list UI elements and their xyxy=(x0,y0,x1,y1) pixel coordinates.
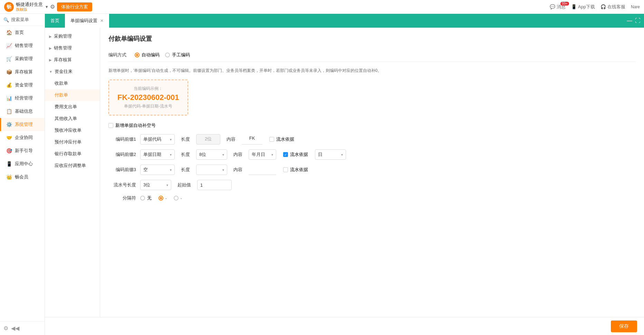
cycle-select[interactable]: 日 ▾ xyxy=(315,149,346,160)
length2-select[interactable]: 8位 ▾ xyxy=(196,149,227,160)
length1-label: 长度 xyxy=(181,136,190,142)
sidebar-item-home[interactable]: 🏠 首页 xyxy=(0,26,45,39)
member-icon: 👑 xyxy=(6,174,12,180)
prefix1-select[interactable]: 单据代码 ▾ xyxy=(140,134,175,145)
stream-check-box-3[interactable] xyxy=(283,167,288,172)
search-label: 搜索菜单 xyxy=(11,17,29,23)
radio-auto-dot xyxy=(135,53,140,57)
sidebar-item-finance[interactable]: 💰 资金管理 xyxy=(0,78,45,92)
sub-item-prepay-adjust2[interactable]: 预付冲应付单 xyxy=(45,136,100,148)
sidebar-item-label: 基础信息 xyxy=(15,108,33,114)
prefix-row-2: 编码前缀2 单据日期 ▾ 长度 8位 ▾ 内容 年月日 xyxy=(108,149,636,160)
form-title: 付款单编码设置 xyxy=(108,35,636,43)
dropdown-btn[interactable]: ▾ xyxy=(46,4,48,9)
system-icon: ⚙️ xyxy=(6,121,12,128)
sub-item-payment-label: 付款单 xyxy=(55,92,68,98)
sidebar-search[interactable]: 🔍 搜索菜单 xyxy=(0,14,45,26)
start-value-input[interactable] xyxy=(197,180,232,190)
prefix-row-1: 编码前缀1 单据代码 ▾ 长度 2位 内容 FK 流水依据 xyxy=(108,134,636,145)
stream-check-box-2[interactable]: ✓ xyxy=(283,152,288,157)
separator-dot[interactable]: · xyxy=(158,196,167,201)
group-sales[interactable]: 销售管理 xyxy=(45,42,100,54)
sub-item-bank[interactable]: 银行存取款单 xyxy=(45,148,100,160)
prefix2-label: 编码前缀2 xyxy=(108,151,136,158)
content2-select[interactable]: 年月日 ▾ xyxy=(249,149,276,160)
sales-icon: 📈 xyxy=(6,43,12,49)
online-service-label: 在线客服 xyxy=(607,4,625,10)
collapse-icon[interactable]: ◀◀ xyxy=(11,325,19,332)
maximize-icon[interactable]: ⛶ xyxy=(635,18,641,24)
brand-icon: 畅 xyxy=(4,2,14,12)
sub-item-payment[interactable]: 付款单 xyxy=(45,89,100,101)
stream-check-box-1[interactable] xyxy=(269,137,274,142)
right-area: 首页 单据编码设置 ✕ — ⛶ 采购管理 销售管理 xyxy=(45,14,644,335)
online-service-action[interactable]: 🎧 在线客服 xyxy=(600,4,625,10)
sidebar-item-sales[interactable]: 📈 销售管理 xyxy=(0,39,45,52)
tab-encoding-settings[interactable]: 单据编码设置 ✕ xyxy=(65,14,109,28)
content3-value xyxy=(249,165,276,175)
length1-input: 2位 xyxy=(196,134,220,145)
length3-select[interactable]: ▾ xyxy=(196,165,227,175)
settings-icon[interactable]: ⚙ xyxy=(3,325,8,332)
separator-none[interactable]: 无 xyxy=(140,195,152,201)
sub-item-prepay-adjust[interactable]: 预收冲应收单 xyxy=(45,124,100,136)
content1-label: 内容 xyxy=(227,136,236,142)
sidebar-item-system[interactable]: ⚙️ 系统管理 xyxy=(0,118,45,131)
page-content: 付款单编码设置 编码方式 自动编码 手工编码 xyxy=(100,28,644,317)
separator-dot2[interactable]: · xyxy=(174,196,182,201)
radio-auto[interactable]: 自动编码 xyxy=(135,52,160,58)
minimize-icon[interactable]: — xyxy=(627,18,632,24)
group-purchase[interactable]: 采购管理 xyxy=(45,30,100,42)
sidebar-item-apps[interactable]: 📱 应用中心 xyxy=(0,157,45,170)
group-sales-label: 销售管理 xyxy=(54,45,72,51)
collapse-icon xyxy=(49,70,52,74)
group-inventory[interactable]: 库存核算 xyxy=(45,54,100,66)
sidebar-item-member[interactable]: 👑 畅会员 xyxy=(0,170,45,184)
tab-close-icon[interactable]: ✕ xyxy=(100,18,104,23)
message-action[interactable]: 💬 消息 99+ xyxy=(550,4,566,10)
group-purchase-label: 采购管理 xyxy=(54,33,72,39)
tab-home[interactable]: 首页 xyxy=(45,14,65,28)
sidebar-item-enterprise[interactable]: 🤝 企业协同 xyxy=(0,131,45,144)
save-button[interactable]: 保存 xyxy=(611,320,637,332)
sidebar-item-basic[interactable]: 📋 基础信息 xyxy=(0,105,45,118)
stream-label-1: 流水依据 xyxy=(276,136,294,142)
sub-item-prepay-adjust-label: 预收冲应收单 xyxy=(55,127,81,133)
gear-icon[interactable]: ⚙ xyxy=(50,3,55,10)
sidebar-item-purchase[interactable]: 🛒 采购管理 xyxy=(0,52,45,65)
radio-dot2-dot xyxy=(174,196,179,201)
top-bar-right: 💬 消息 99+ 📱 App下载 🎧 在线客服 Nare xyxy=(550,4,640,10)
sub-item-adjust[interactable]: 应收应付调整单 xyxy=(45,160,100,171)
prefix3-select[interactable]: 空 ▾ xyxy=(140,165,175,175)
sub-item-other-income[interactable]: 其他收入单 xyxy=(45,113,100,124)
sidebar-item-operations[interactable]: 📊 经营管理 xyxy=(0,92,45,105)
stream-check-2: ✓ 流水依据 xyxy=(283,151,308,158)
prefix2-select[interactable]: 单据日期 ▾ xyxy=(140,149,175,160)
app-download-action[interactable]: 📱 App下载 xyxy=(571,4,595,10)
separator-row: 分隔符 无 · · xyxy=(108,195,636,201)
radio-manual[interactable]: 手工编码 xyxy=(165,52,190,58)
inventory-icon: 📦 xyxy=(6,69,12,75)
sub-item-receipt[interactable]: 收款单 xyxy=(45,77,100,89)
serial-length-select[interactable]: 3位 ▾ xyxy=(140,180,171,190)
sub-item-expense[interactable]: 费用支出单 xyxy=(45,101,100,113)
prefix3-value: 空 xyxy=(143,167,148,173)
sidebar-item-label: 系统管理 xyxy=(15,121,33,128)
app-icon: 📱 xyxy=(571,4,577,9)
basic-icon: 📋 xyxy=(6,108,12,114)
group-capital[interactable]: 资金往来 xyxy=(45,66,100,77)
experience-btn[interactable]: 体验行业方案 xyxy=(57,2,92,11)
left-sidebar: 🔍 搜索菜单 🏠 首页 📈 销售管理 🛒 采购管理 📦 库存核算 💰 资金管理 … xyxy=(0,14,45,335)
auto-fill-checkbox[interactable] xyxy=(108,123,113,128)
sidebar-item-label: 销售管理 xyxy=(15,43,33,49)
sidebar-item-inventory[interactable]: 📦 库存核算 xyxy=(0,65,45,78)
footer: 保存 xyxy=(45,317,644,335)
user-area[interactable]: Nare xyxy=(631,4,640,9)
preview-structure: 单据代码-单据日期-流水号 xyxy=(117,103,179,109)
dropdown-arrow: ▾ xyxy=(222,153,224,157)
content2-label: 内容 xyxy=(233,151,242,158)
sidebar-item-guide[interactable]: 🎯 新手引导 xyxy=(0,144,45,157)
auto-fill-label: 新增单据自动补空号 xyxy=(115,122,156,129)
sub-item-prepay-adjust2-label: 预付冲应付单 xyxy=(55,139,81,145)
form-card: 付款单编码设置 编码方式 自动编码 手工编码 xyxy=(100,28,644,213)
